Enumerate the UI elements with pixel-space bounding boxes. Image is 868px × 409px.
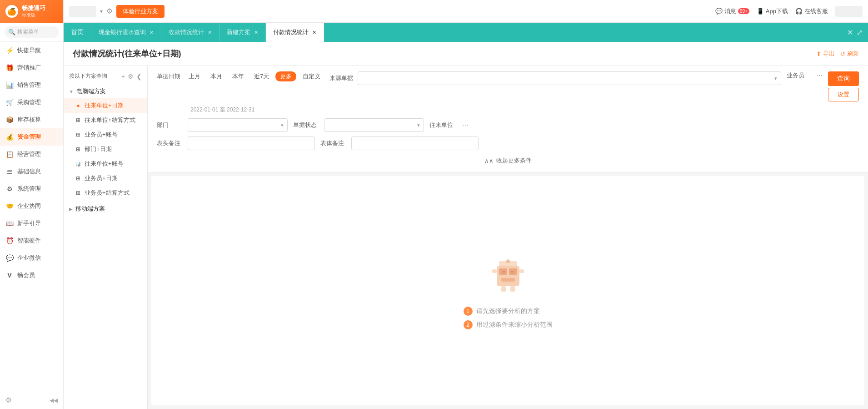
date-more[interactable]: 更多 [275, 71, 296, 81]
tab-expand-icon[interactable]: ⤢ [857, 28, 863, 37]
sidebar-item-inventory[interactable]: 📦 库存核算 [0, 111, 63, 128]
data-area: 1 请先选择要分析的方案 2 用过滤条件来缩小分析范围 [151, 176, 864, 405]
dept-select[interactable]: ▾ [188, 118, 288, 132]
query-btn[interactable]: 查询 [828, 71, 859, 86]
doc-status-select[interactable]: ▾ [324, 118, 424, 132]
sidebar-item-cooperation[interactable]: 🤝 企业协同 [0, 197, 63, 215]
tab-bank-flow[interactable]: 现金银行流水查询 ✕ [91, 23, 161, 42]
sidebar-item-member[interactable]: V 畅会员 [0, 267, 63, 284]
tabbar: 首页 现金银行流水查询 ✕ 收款情况统计 ✕ 新建方案 ✕ 付款情况统计 ✕ ✕… [64, 23, 868, 42]
sidebar-item-system[interactable]: ⚙ 系统管理 [0, 180, 63, 197]
footer-settings-icon[interactable]: ⚙ [5, 396, 12, 404]
scheme-settings-btn[interactable]: ⚙ [128, 73, 134, 80]
tab-receivable-stat[interactable]: 收款情况统计 ✕ [161, 23, 219, 42]
sidebar-item-marketing[interactable]: 🎁 营销推广 [0, 59, 63, 76]
scheme-item-label: 往来单位+结算方式 [85, 116, 135, 124]
party-label: 往来单位 [429, 121, 455, 129]
filter-settings-btn[interactable]: 设置 [828, 88, 859, 101]
topbar-settings-icon[interactable]: ⚙ [106, 7, 113, 15]
scheme-collapse-btn[interactable]: ❮ [136, 73, 142, 80]
sidebar-item-operations[interactable]: 📋 经营管理 [0, 146, 63, 163]
desktop-group-arrow: ▼ [69, 89, 74, 94]
date-this-month[interactable]: 本月 [207, 71, 226, 81]
page-header: 付款情况统计(往来单位+日期) ⬆ 导出 ↺ 刷新 [64, 42, 868, 66]
scheme-item-label: 业务员+结算方式 [85, 189, 130, 197]
user-avatar[interactable] [835, 6, 863, 17]
scheme-item-party-date[interactable]: ● 往来单位+日期 [64, 98, 147, 113]
message-btn[interactable]: 💬 消息 99+ [715, 7, 749, 15]
tab-payment-stat[interactable]: 付款情况统计 ✕ [266, 23, 324, 42]
party-date-icon: ● [75, 102, 82, 109]
scheme-item-party-settle[interactable]: ⊞ 往来单位+结算方式 [64, 113, 147, 127]
source-doc-select[interactable]: ▾ [358, 71, 781, 85]
scheme-item-staff-date[interactable]: ⊞ 业务员+日期 [64, 171, 147, 186]
marketing-icon: 🎁 [5, 64, 14, 72]
footer-collapse-icon[interactable]: ◀◀ [50, 397, 58, 404]
sidebar-item-hardware[interactable]: ⏰ 智能硬件 [0, 232, 63, 249]
scheme-item-staff-account[interactable]: ⊞ 业务员+账号 [64, 127, 147, 142]
search-input-trigger[interactable]: 🔍 搜索菜单 [5, 26, 59, 38]
collapse-more-btn[interactable]: ∧∧ 收起更多条件 [157, 153, 859, 167]
tab-new-scheme-close[interactable]: ✕ [254, 30, 258, 35]
date-custom[interactable]: 自定义 [299, 71, 324, 81]
date-this-year[interactable]: 本年 [229, 71, 248, 81]
party-dots[interactable]: ··· [462, 121, 468, 129]
scheme-panel-label: 按以下方案查询 [69, 72, 107, 80]
sidebar-search-area[interactable]: 🔍 搜索菜单 [0, 23, 63, 42]
scheme-add-btn[interactable]: + [121, 73, 125, 80]
tab-payment-stat-close[interactable]: ✕ [312, 30, 316, 35]
refresh-btn[interactable]: ↺ 刷新 [840, 50, 859, 58]
trial-btn[interactable]: 体验行业方案 [116, 5, 165, 18]
collapse-label: 收起更多条件 [496, 157, 532, 165]
sidebar-item-label: 企业微信 [17, 254, 41, 262]
table-header-note-label: 表头备注 [157, 139, 182, 147]
sidebar-item-basic-info[interactable]: 🗃 基础信息 [0, 163, 63, 180]
operations-icon: 📋 [5, 150, 14, 158]
guide-icon: 📖 [5, 219, 14, 227]
quick-nav-icon: ⚡ [5, 46, 14, 55]
scheme-item-dept-date[interactable]: ⊞ 部门+日期 [64, 142, 147, 157]
sidebar-item-capital[interactable]: 💰 资金管理 [0, 128, 63, 146]
company-dropdown-icon[interactable]: ▾ [100, 8, 103, 15]
scheme-item-label: 往来单位+日期 [85, 101, 124, 110]
table-body-note-input[interactable] [351, 136, 479, 150]
date-last-7[interactable]: 近7天 [250, 71, 273, 81]
scheme-panel: 按以下方案查询 + ⚙ ❮ ▼ 电脑端方案 ● [64, 66, 148, 409]
sidebar-item-sales[interactable]: 📊 销售管理 [0, 76, 63, 94]
date-last-month[interactable]: 上月 [185, 71, 204, 81]
scheme-item-label: 业务员+日期 [85, 174, 118, 182]
export-btn[interactable]: ⬆ 导出 [816, 50, 835, 58]
scheme-item-staff-settle[interactable]: ⊞ 业务员+结算方式 [64, 186, 147, 200]
scheme-panel-header: 按以下方案查询 + ⚙ ❮ [64, 70, 147, 83]
dept-date-icon: ⊞ [75, 146, 82, 153]
online-service-label: 在线客服 [804, 7, 828, 15]
tab-home[interactable]: 首页 [64, 23, 91, 42]
empty-illustration [485, 252, 531, 298]
sidebar-item-guide[interactable]: 📖 新手引导 [0, 215, 63, 232]
sidebar-footer: ⚙ ◀◀ [0, 391, 63, 409]
sales-icon: 📊 [5, 81, 14, 89]
right-content: 单据日期 上月 本月 本年 近7天 更多 自定义 [148, 66, 868, 409]
scheme-item-party-account[interactable]: 📊 往来单位+账号 [64, 157, 147, 171]
sidebar-item-label: 营销推广 [17, 64, 41, 72]
tab-payment-stat-label: 付款情况统计 [273, 28, 309, 36]
doc-status-label: 单据状态 [293, 121, 319, 129]
tab-close-all-icon[interactable]: ✕ [847, 28, 853, 37]
scheme-group-mobile-title[interactable]: ▶ 移动端方案 [64, 202, 147, 216]
tab-bank-flow-close[interactable]: ✕ [150, 30, 154, 35]
app-download-btn[interactable]: 📱 App下载 [757, 7, 788, 15]
sidebar-item-purchase[interactable]: 🛒 采购管理 [0, 94, 63, 111]
tab-bank-flow-label: 现金银行流水查询 [99, 28, 146, 36]
sidebar-item-quick-nav[interactable]: ⚡ 快捷导航 [0, 42, 63, 59]
table-header-note-input[interactable] [188, 136, 315, 150]
svg-rect-3 [501, 278, 515, 282]
sidebar-item-weixin[interactable]: 💬 企业微信 [0, 249, 63, 267]
salesman-dots[interactable]: ··· [817, 71, 823, 80]
online-service-btn[interactable]: 🎧 在线客服 [795, 7, 828, 15]
scheme-group-desktop-title[interactable]: ▼ 电脑端方案 [64, 85, 147, 98]
tab-new-scheme[interactable]: 新建方案 ✕ [219, 23, 266, 42]
tab-receivable-close[interactable]: ✕ [208, 30, 212, 35]
tab-new-scheme-label: 新建方案 [227, 28, 250, 36]
scheme-group-desktop: ▼ 电脑端方案 ● 往来单位+日期 ⊞ 往来单位+结算方式 ⊞ 业务员+账号 [64, 85, 147, 200]
date-filter-label: 单据日期 [157, 72, 182, 81]
